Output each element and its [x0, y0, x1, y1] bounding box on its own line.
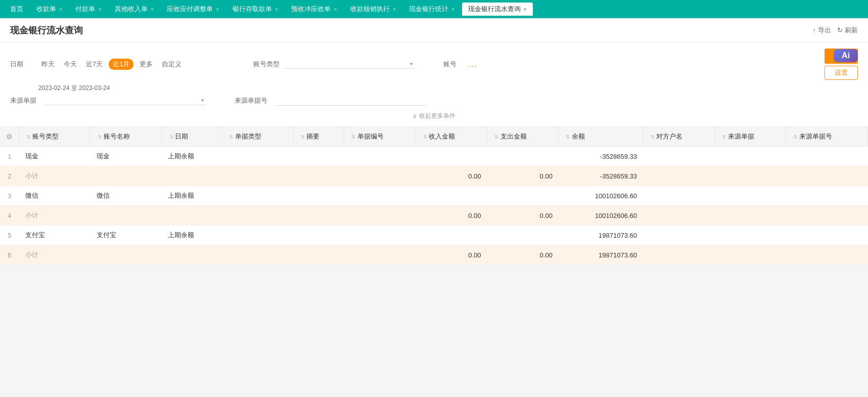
close-icon[interactable]: ×: [451, 6, 454, 12]
col-sort-icon[interactable]: ⇅: [423, 134, 427, 140]
chevron-down-icon: ▾: [201, 97, 204, 104]
col-balance: ⇅ 余额: [559, 127, 643, 147]
table-row: 5支付宝支付宝上期余额19871073.60: [0, 226, 868, 245]
col-counterparty: ⇅ 对方户名: [643, 127, 714, 147]
filter-row-date: 日期 昨天 今天 近7天 近1月 更多 自定义 账号类型 ▾ 账号 ... 查询…: [10, 49, 858, 80]
col-date: ⇅ 日期: [162, 127, 222, 147]
col-summary: ⇅ 摘要: [293, 127, 344, 147]
source-doc-no-input[interactable]: [276, 96, 427, 106]
chevron-down-icon: ▾: [410, 61, 413, 67]
nav-tab-yushouChong[interactable]: 预收冲应收单 ×: [285, 3, 343, 16]
data-table-container: ⚙ ⇅ 账号类型 ⇅ 账号名称 ⇅ 日期 ⇅ 单据类型 ⇅ 摘要 ⇅ 单据编号 …: [0, 127, 868, 265]
filter-row-source: 来源单据 ▾ 来源单据号: [10, 96, 858, 106]
close-icon[interactable]: ×: [151, 6, 154, 12]
col-sort-icon[interactable]: ⇅: [566, 134, 570, 140]
date-option-custom[interactable]: 自定义: [159, 59, 185, 70]
collapse-bar[interactable]: ∧ 收起更多条件: [10, 110, 858, 120]
nav-tab-shoukuandan[interactable]: 收款单 ×: [30, 3, 68, 16]
close-icon[interactable]: ×: [98, 6, 101, 12]
col-source-doc-no: ⇅ 来源单据号: [786, 127, 868, 147]
date-label: 日期: [10, 60, 30, 69]
nav-tab-liushuichaxun[interactable]: 现金银行流水查询 ×: [462, 3, 533, 16]
filter-area: 日期 昨天 今天 近7天 近1月 更多 自定义 账号类型 ▾ 账号 ... 查询…: [0, 42, 868, 127]
header-actions: ↑ 导出 ↻ 刷新: [813, 26, 858, 35]
close-icon[interactable]: ×: [393, 6, 396, 12]
col-account-type: ⇅ 账号类型: [19, 127, 90, 147]
date-option-1month[interactable]: 近1月: [109, 59, 133, 70]
account-dots-button[interactable]: ...: [468, 60, 477, 69]
collapse-icon: ∧: [413, 113, 417, 120]
page-header: 现金银行流水查询 ↑ 导出 ↻ 刷新: [0, 18, 868, 42]
account-type-select[interactable]: ▾: [284, 60, 415, 69]
top-navigation: 首页 收款单 × 付款单 × 其他收入单 × 应收应付调整单 × 银行存取款单 …: [0, 0, 868, 18]
close-icon[interactable]: ×: [216, 6, 219, 12]
table-row: 1现金现金上期余额-3528659.33: [0, 147, 868, 166]
close-icon[interactable]: ×: [524, 6, 527, 12]
nav-tab-qitashouru[interactable]: 其他收入单 ×: [109, 3, 160, 16]
nav-tab-xianjintongji[interactable]: 现金银行统计 ×: [403, 3, 461, 16]
date-options: 昨天 今天 近7天 近1月 更多 自定义: [38, 59, 185, 70]
col-doc-no: ⇅ 单据编号: [344, 127, 416, 147]
gear-icon[interactable]: ⚙: [6, 133, 13, 141]
col-account-name: ⇅ 账号名称: [90, 127, 162, 147]
close-icon[interactable]: ×: [59, 6, 62, 12]
col-sort-icon[interactable]: ⇅: [722, 134, 726, 140]
col-sort-icon[interactable]: ⇅: [301, 134, 305, 140]
page-title: 现金银行流水查询: [10, 24, 83, 36]
ai-assistant-button[interactable]: Ai: [834, 49, 858, 62]
col-doc-type: ⇅ 单据类型: [222, 127, 293, 147]
col-source-doc: ⇅ 来源单据: [714, 127, 786, 147]
export-button[interactable]: ↑ 导出: [813, 26, 832, 35]
nav-tab-yinhangcunqu[interactable]: 银行存取款单 ×: [226, 3, 284, 16]
account-label: 账号: [443, 60, 464, 69]
date-range-display: 2023-02-24 至 2023-03-24: [38, 84, 110, 92]
data-table: ⚙ ⇅ 账号类型 ⇅ 账号名称 ⇅ 日期 ⇅ 单据类型 ⇅ 摘要 ⇅ 单据编号 …: [0, 127, 868, 265]
nav-home[interactable]: 首页: [4, 3, 29, 16]
nav-tab-shoukuanhexiao[interactable]: 收款核销执行 ×: [344, 3, 402, 16]
refresh-icon: ↻: [837, 26, 843, 34]
account-type-label: 账号类型: [253, 60, 280, 69]
col-expense: ⇅ 支出金额: [487, 127, 559, 147]
close-icon[interactable]: ×: [275, 6, 278, 12]
table-row: 6小计0.000.0019871073.60: [0, 245, 868, 265]
col-income: ⇅ 收入金额: [416, 127, 487, 147]
export-icon: ↑: [813, 26, 816, 34]
table-row: 4小计0.000.00100102606.60: [0, 206, 868, 226]
nav-tab-fukuandan[interactable]: 付款单 ×: [69, 3, 107, 16]
nav-tab-yingshouyingfu[interactable]: 应收应付调整单 ×: [161, 3, 225, 16]
col-sort-icon[interactable]: ⇅: [351, 134, 355, 140]
date-option-yesterday[interactable]: 昨天: [38, 59, 58, 70]
date-option-more[interactable]: 更多: [136, 59, 156, 70]
col-sort-icon[interactable]: ⇅: [793, 134, 797, 140]
col-sort-icon[interactable]: ⇅: [494, 134, 498, 140]
setting-button[interactable]: 设置: [825, 66, 858, 80]
col-sort-icon[interactable]: ⇅: [651, 134, 655, 140]
date-option-7days[interactable]: 近7天: [83, 59, 106, 70]
refresh-button[interactable]: ↻ 刷新: [837, 26, 858, 35]
col-gear: ⚙: [0, 127, 19, 147]
table-row: 3微信微信上期余额100102606.60: [0, 186, 868, 206]
col-sort-icon[interactable]: ⇅: [98, 134, 102, 140]
source-doc-no-label: 来源单据号: [235, 96, 267, 105]
source-doc-label: 来源单据: [10, 96, 36, 105]
col-sort-icon[interactable]: ⇅: [229, 134, 233, 140]
close-icon[interactable]: ×: [334, 6, 337, 12]
col-sort-icon[interactable]: ⇅: [169, 134, 173, 140]
col-sort-icon[interactable]: ⇅: [26, 134, 30, 140]
table-header-row: ⚙ ⇅ 账号类型 ⇅ 账号名称 ⇅ 日期 ⇅ 单据类型 ⇅ 摘要 ⇅ 单据编号 …: [0, 127, 868, 147]
date-option-today[interactable]: 今天: [61, 59, 80, 70]
source-doc-select[interactable]: ▾: [44, 96, 206, 105]
table-row: 2小计0.000.00-3528659.33: [0, 166, 868, 186]
